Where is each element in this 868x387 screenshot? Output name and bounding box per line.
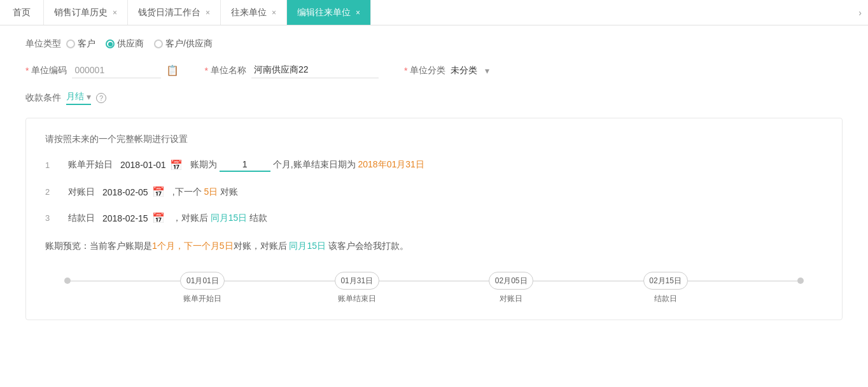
month-input[interactable] [220,158,270,172]
tab-close-edit-partner-unit[interactable]: × [356,8,360,17]
unit-name-label: 单位名称 [211,65,246,76]
radio-supplier[interactable]: 供应商 [106,38,144,50]
preview-part3: 同月15日 [287,241,328,251]
row2-note1: ,下一个 [172,186,202,198]
tab-label-partner-unit: 往来单位 [231,7,267,18]
payment-condition-label: 收款条件 [25,92,61,104]
setting-rows-container: 1账单开始日2018-01-01📅账期为个月,账单结束日期为2018年01月31… [45,158,823,224]
row3-highlight: 同月15日 [211,213,248,224]
main-content: 单位类型 客户供应商客户/供应商 * 单位编码 📋 * 单位名称 * 单位分类 … [0,25,868,387]
tab-label-cash-work: 钱货日清工作台 [138,7,200,18]
timeline-label-3: 结款日 [654,293,677,304]
help-icon[interactable]: ? [96,93,106,103]
row1-note1: 账期为 [190,159,217,171]
row-num-1: 1 [45,160,58,170]
radio-circle-customer [66,39,75,48]
row1-note2: 个月,账单结束日期为 [273,159,356,171]
preview-text: 账期预览：当前客户账期是1个月，下一个月5日对账，对账后 同月15日 该客户会给… [45,238,823,254]
row3-note1: ，对账后 [172,213,208,224]
timeline-container: 01月01日账单开始日01月31日账单结束日02月05日对账日02月15日结款日 [45,272,823,304]
timeline-node-1: 01月31日账单结束日 [335,272,379,304]
row3-note2: 结款 [249,213,267,224]
unit-type-radio-group: 客户供应商客户/供应商 [66,38,213,50]
preview-label: 账期预览：当前客户账期是 [45,241,152,251]
row-label-3: 结款日 [68,213,95,224]
unit-type-row: 单位类型 客户供应商客户/供应商 [25,38,843,50]
setting-panel: 请按照未来的一个完整帐期进行设置 1账单开始日2018-01-01📅账期为个月,… [25,118,843,320]
tab-label-edit-partner-unit: 编辑往来单位 [297,7,351,18]
row-date-1: 2018-01-01 [120,160,166,170]
payment-condition-row: 收款条件 月结 ▾ ? [25,91,843,105]
radio-label-both: 客户/供应商 [165,38,213,50]
tab-close-cash-work[interactable]: × [206,8,210,17]
timeline-node-0: 01月01日账单开始日 [180,272,225,304]
unit-name-input[interactable] [251,62,379,78]
tab-sales-order-history[interactable]: 销售订单历史× [44,0,128,25]
timeline-node-3: 02月15日结款日 [643,272,688,304]
row-num-3: 3 [45,213,58,223]
timeline-nodes: 01月01日账单开始日01月31日账单结束日02月05日对账日02月15日结款日 [64,272,804,304]
category-dropdown-icon[interactable]: ▾ [485,66,489,76]
unit-code-input[interactable] [72,62,161,78]
row-label-2: 对账日 [68,186,95,198]
tab-arrow[interactable]: › [852,0,868,25]
unit-code-field-group: 📋 [72,62,179,78]
setting-row-3: 3结款日2018-02-15📅，对账后同月15日结款 [45,212,823,224]
radio-circle-both [154,39,163,48]
row2-highlight: 5日 [204,186,218,198]
unit-category-label: 单位分类 [410,65,445,76]
row-date-3: 2018-02-15 [102,213,148,223]
preview-middle: 对账，对账后 [234,241,287,251]
timeline-right-dot [797,278,804,284]
calendar-icon[interactable]: 📋 [166,64,179,76]
row-label-1: 账单开始日 [68,159,113,171]
unit-category-field-group: 未分类 ▾ [451,65,489,76]
row-date-2: 2018-02-05 [102,187,148,197]
tab-partner-unit[interactable]: 往来单位× [221,0,287,25]
required-star-category: * [404,66,407,76]
unit-code-label: 单位编码 [31,65,67,76]
radio-label-customer: 客户 [78,38,95,50]
unit-info-row: * 单位编码 📋 * 单位名称 * 单位分类 未分类 ▾ [25,62,843,78]
tab-home[interactable]: 首页 [0,0,44,25]
tab-edit-partner-unit[interactable]: 编辑往来单位× [287,0,371,25]
timeline-dot-2[interactable]: 02月05日 [489,272,533,290]
condition-dropdown-icon[interactable]: ▾ [87,92,91,102]
row-num-2: 2 [45,187,58,197]
preview-part2: 下一个月5日 [184,241,234,251]
required-star-code: * [25,66,29,76]
row2-note2: 对账 [220,186,238,198]
radio-circle-supplier [106,39,115,48]
tab-close-partner-unit[interactable]: × [272,8,276,17]
row1-highlight: 2018年01月31日 [358,159,424,171]
tab-cash-work[interactable]: 钱货日清工作台× [128,0,221,25]
radio-both[interactable]: 客户/供应商 [154,38,213,50]
radio-label-supplier: 供应商 [117,38,144,50]
setting-title: 请按照未来的一个完整帐期进行设置 [45,134,823,145]
condition-select-wrap[interactable]: 月结 ▾ [66,91,91,105]
payment-condition-group: 月结 ▾ ? [66,91,106,105]
timeline-dot-1[interactable]: 01月31日 [335,272,379,290]
timeline-label-0: 账单开始日 [183,293,221,304]
condition-value: 月结 [66,91,84,102]
required-star-name: * [204,66,207,76]
row-cal-icon-1[interactable]: 📅 [170,159,183,171]
preview-part1: 1个月， [152,241,184,251]
row-cal-icon-3[interactable]: 📅 [152,212,165,224]
unit-name-field-group [251,62,379,78]
tab-bar: 首页销售订单历史×钱货日清工作台×往来单位×编辑往来单位×› [0,0,868,25]
row-cal-icon-2[interactable]: 📅 [152,186,165,198]
setting-row-1: 1账单开始日2018-01-01📅账期为个月,账单结束日期为2018年01月31… [45,158,823,172]
timeline-node-2: 02月05日对账日 [489,272,533,304]
tab-close-sales-order-history[interactable]: × [113,8,117,17]
tab-label-home: 首页 [13,7,31,18]
preview-suffix: 该客户会给我打款。 [328,241,409,251]
unit-category-value: 未分类 [451,65,477,76]
timeline-dot-0[interactable]: 01月01日 [180,272,225,290]
setting-row-2: 2对账日2018-02-05📅,下一个5日对账 [45,186,823,198]
timeline-label-2: 对账日 [500,293,522,304]
radio-customer[interactable]: 客户 [66,38,95,50]
tab-label-sales-order-history: 销售订单历史 [54,7,108,18]
timeline-left-dot [64,278,71,284]
timeline-dot-3[interactable]: 02月15日 [643,272,688,290]
